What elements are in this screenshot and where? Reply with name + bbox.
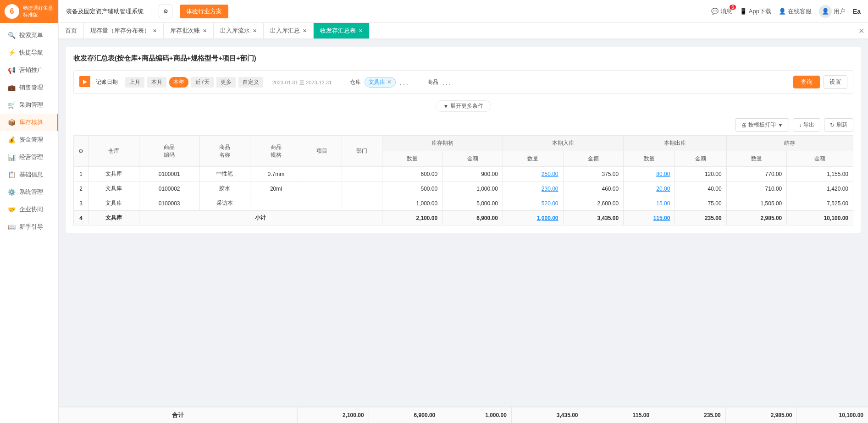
goods-more[interactable]: ... xyxy=(442,77,452,87)
tab-batch[interactable]: 库存批次账 ✕ xyxy=(164,23,214,39)
print-button[interactable]: 🖨 按模板打印 ▼ xyxy=(735,118,789,132)
sidebar-item-sales[interactable]: 💼 销售管理 xyxy=(0,79,58,96)
tab-stock-summary[interactable]: 收发存汇总表 ✕ xyxy=(314,23,370,39)
main-content: 收发存汇总表(按仓库+商品编码+商品+规格型号+项目+部门) ▶ 记账日期 上月… xyxy=(59,39,868,423)
date-btn-7days[interactable]: 近7天 xyxy=(191,77,214,88)
row-open-amt: 5,000.00 xyxy=(442,196,503,211)
tab-close-icon[interactable]: ✕ xyxy=(203,28,207,34)
purchase-icon: 🛒 xyxy=(7,101,16,109)
sidebar-item-guide[interactable]: 📖 新手引导 xyxy=(0,218,58,236)
sidebar-item-label: 营销推广 xyxy=(19,66,43,74)
sidebar-item-system[interactable]: ⚙️ 系统管理 xyxy=(0,183,58,201)
subtotal-in-qty[interactable]: 1,000.00 xyxy=(503,211,563,225)
tab-label: 出入库流水 xyxy=(220,27,250,35)
tab-inventory-dist[interactable]: 现存量（库存分布表） ✕ xyxy=(84,23,164,39)
query-button[interactable]: 查询 xyxy=(793,76,820,88)
row-open-amt: 900.00 xyxy=(442,167,503,181)
in-qty-link[interactable]: 230.00 xyxy=(542,186,558,192)
date-btn-more[interactable]: 更多 xyxy=(216,77,236,88)
out-qty-link[interactable]: 20.00 xyxy=(656,186,670,192)
in-qty-link[interactable]: 250.00 xyxy=(542,171,558,177)
refresh-icon: ↻ xyxy=(830,122,835,128)
total-label: 合计 xyxy=(59,407,297,423)
print-label: 按模板打印 xyxy=(748,121,776,129)
subtotal-out-qty-link[interactable]: 115.00 xyxy=(653,215,670,221)
row-name: 中性笔 xyxy=(199,167,250,181)
toolbar-right: 🖨 按模板打印 ▼ ↓ 导出 ↻ 刷新 xyxy=(735,118,853,132)
settings-button[interactable]: ⚙ xyxy=(159,5,172,18)
sidebar-item-search[interactable]: 🔍 搜索菜单 xyxy=(0,27,58,44)
expand-label: 展开更多条件 xyxy=(450,102,483,110)
finance-icon: 💰 xyxy=(7,136,16,143)
row-in-amt: 2,600.00 xyxy=(563,196,624,211)
subtotal-in-qty-link[interactable]: 1,000.00 xyxy=(537,215,558,221)
date-btn-this-month[interactable]: 本月 xyxy=(147,77,166,88)
setting-button[interactable]: 设置 xyxy=(824,75,847,89)
subtotal-bal-qty: 2,985.00 xyxy=(726,211,787,225)
close-page-icon[interactable]: ✕ xyxy=(858,27,864,35)
tab-close-icon[interactable]: ✕ xyxy=(153,28,157,34)
tab-summary[interactable]: 出入库汇总 ✕ xyxy=(264,23,314,39)
user-button[interactable]: 👤 用户 xyxy=(819,5,846,18)
row-bal-qty: 1,505.00 xyxy=(726,196,787,211)
date-btn-custom[interactable]: 自定义 xyxy=(238,77,263,88)
date-btn-this-year[interactable]: 本年 xyxy=(169,77,188,88)
row-project xyxy=(302,196,342,211)
sidebar-item-label: 销售管理 xyxy=(19,83,43,92)
tab-label: 首页 xyxy=(65,27,77,35)
sidebar-item-marketing[interactable]: 📢 营销推广 xyxy=(0,61,58,79)
filter-bar: ▶ 记账日期 上月 本月 本年 近7天 更多 自定义 2023-01-01 至 … xyxy=(73,70,853,94)
warehouse-label: 仓库 xyxy=(350,78,361,86)
tab-close-icon[interactable]: ✕ xyxy=(359,28,363,34)
topbar-left: 装备及固定资产辅助管理系统 ⚙ 体验行业方案 xyxy=(66,5,228,18)
filter-actions: 查询 设置 xyxy=(793,75,847,89)
row-out-qty[interactable]: 80.00 xyxy=(624,167,675,181)
sidebar-item-operations[interactable]: 📊 经营管理 xyxy=(0,148,58,166)
filter-toggle-button[interactable]: ▶ xyxy=(79,76,90,87)
date-btn-last-month[interactable]: 上月 xyxy=(125,77,144,88)
tab-flow[interactable]: 出入库流水 ✕ xyxy=(214,23,264,39)
row-in-qty[interactable]: 250.00 xyxy=(503,167,563,181)
tab-close-icon[interactable]: ✕ xyxy=(303,28,307,34)
sidebar-item-quicknav[interactable]: ⚡ 快捷导航 xyxy=(0,44,58,61)
row-out-qty[interactable]: 20.00 xyxy=(624,181,675,196)
out-qty-link[interactable]: 15.00 xyxy=(656,200,670,207)
tab-close-page[interactable]: ✕ xyxy=(858,27,868,35)
sidebar-item-purchase[interactable]: 🛒 采购管理 xyxy=(0,96,58,114)
app-download-button[interactable]: 📱 App下载 xyxy=(740,7,771,16)
subtotal-out-qty[interactable]: 115.00 xyxy=(624,211,675,225)
tab-home[interactable]: 首页 xyxy=(59,23,84,39)
message-button[interactable]: 💬 消息 6 xyxy=(711,7,732,16)
sidebar-item-basic-info[interactable]: 📋 基础信息 xyxy=(0,166,58,183)
row-out-amt: 40.00 xyxy=(675,181,726,196)
sidebar-item-label: 系统管理 xyxy=(19,188,43,196)
tab-close-icon[interactable]: ✕ xyxy=(253,28,257,34)
user-icon: 👤 xyxy=(819,5,832,18)
expand-conditions-button[interactable]: ▼ 展开更多条件 xyxy=(436,100,492,112)
row-warehouse: 文具库 xyxy=(88,196,139,211)
trial-button[interactable]: 体验行业方案 xyxy=(180,5,228,18)
online-service-button[interactable]: 👤 在线客服 xyxy=(779,7,812,16)
row-warehouse: 文具库 xyxy=(88,167,139,181)
subtotal-label: 小计 xyxy=(139,211,382,225)
page-title: 收发存汇总表(按仓库+商品编码+商品+规格型号+项目+部门) xyxy=(73,54,853,63)
export-icon: ↓ xyxy=(799,122,802,128)
warehouse-more[interactable]: ... xyxy=(399,77,409,87)
col-in-header: 本期入库 xyxy=(503,136,623,151)
sidebar: 6 畅捷通好生意 标准版 🔍 搜索菜单 ⚡ 快捷导航 📢 营销推广 💼 销售管理… xyxy=(0,0,59,423)
operations-icon: 📊 xyxy=(7,154,16,161)
sidebar-item-enterprise[interactable]: 🤝 企业协同 xyxy=(0,201,58,218)
out-qty-link[interactable]: 80.00 xyxy=(656,171,670,177)
refresh-button[interactable]: ↻ 刷新 xyxy=(824,118,853,132)
system-title: 装备及固定资产辅助管理系统 xyxy=(66,7,144,16)
warehouse-tag-close[interactable]: ✕ xyxy=(387,79,392,85)
in-qty-link[interactable]: 520.00 xyxy=(542,200,558,207)
sidebar-item-inventory[interactable]: 📦 库存核算 xyxy=(0,114,58,131)
export-button[interactable]: ↓ 导出 xyxy=(793,118,820,132)
row-in-qty[interactable]: 230.00 xyxy=(503,181,563,196)
chevron-down-icon: ▼ xyxy=(778,122,783,128)
sidebar-item-finance[interactable]: 💰 资金管理 xyxy=(0,131,58,148)
table-settings-icon[interactable]: ⚙ xyxy=(74,136,88,167)
row-out-qty[interactable]: 15.00 xyxy=(624,196,675,211)
row-in-qty[interactable]: 520.00 xyxy=(503,196,563,211)
